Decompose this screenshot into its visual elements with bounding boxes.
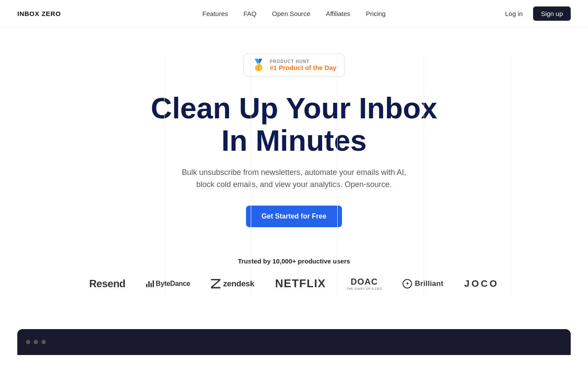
logo-brilliant: ✦ Brilliant [403,279,443,289]
hero-heading-line1: Clean Up Your Inbox [151,92,437,124]
ph-label: PRODUCT HUNT [270,59,336,64]
nav-links: Features FAQ Open Source Affiliates Pric… [202,10,386,17]
doac-logo: DOAC [351,277,378,287]
product-hunt-badge[interactable]: 🥇 PRODUCT HUNT #1 Product of the Day [243,54,345,76]
doac-subtitle: THE DIARY OF A CEO [347,287,382,290]
logo-doac: DOAC THE DIARY OF A CEO [347,277,382,290]
nav-actions: Log in Sign up [500,6,571,21]
logo-bytedance: ByteDance [146,280,190,288]
nav-pricing[interactable]: Pricing [366,10,386,17]
ph-badge-text: PRODUCT HUNT #1 Product of the Day [270,59,336,71]
preview-dot-3 [42,340,46,344]
hero-subtext: Bulk unsubscribe from newsletters, autom… [177,166,411,191]
nav-features[interactable]: Features [202,10,228,17]
signup-button[interactable]: Sign up [533,6,571,21]
medal-icon: 🥇 [252,58,265,72]
hero-section: 🥇 PRODUCT HUNT #1 Product of the Day Cle… [0,28,588,320]
ph-title: #1 Product of the Day [270,64,336,71]
hero-wrapper: 🥇 PRODUCT HUNT #1 Product of the Day Cle… [0,28,588,320]
brilliant-icon: ✦ [403,279,412,289]
netflix-logo: NETFLIX [275,277,326,290]
nav-faq[interactable]: FAQ [243,10,256,17]
hero-heading: Clean Up Your Inbox In Minutes [151,92,437,157]
trust-section: Trusted by 10,000+ productive users Rese… [9,253,579,303]
brilliant-logo: Brilliant [415,279,443,288]
logos-row: Resend ByteDance zendesk [72,277,516,290]
preview-hint [17,329,571,355]
trust-label: Trusted by 10,000+ productive users [238,257,350,265]
bytedance-logo: ByteDance [156,280,190,288]
preview-dot-2 [34,340,38,344]
cta-button[interactable]: Get Started for Free [246,206,342,227]
logo-netflix: NETFLIX [275,277,326,290]
zendesk-logo: zendesk [223,279,254,289]
nav-affiliates[interactable]: Affiliates [326,10,350,17]
zendesk-icon [211,279,220,289]
logo-resend: Resend [89,278,125,290]
logo-joco: JOCO [464,278,499,289]
login-button[interactable]: Log in [500,7,528,20]
nav-open-source[interactable]: Open Source [272,10,310,17]
navbar: INBOX ZERO Features FAQ Open Source Affi… [0,0,588,28]
bytedance-bars-icon [146,280,154,287]
resend-logo: Resend [89,278,125,290]
preview-dot-1 [26,340,30,344]
hero-heading-line2: In Minutes [221,124,367,157]
logo-zendesk: zendesk [211,279,254,289]
brand-logo[interactable]: INBOX ZERO [17,10,61,17]
joco-logo: JOCO [464,278,499,289]
